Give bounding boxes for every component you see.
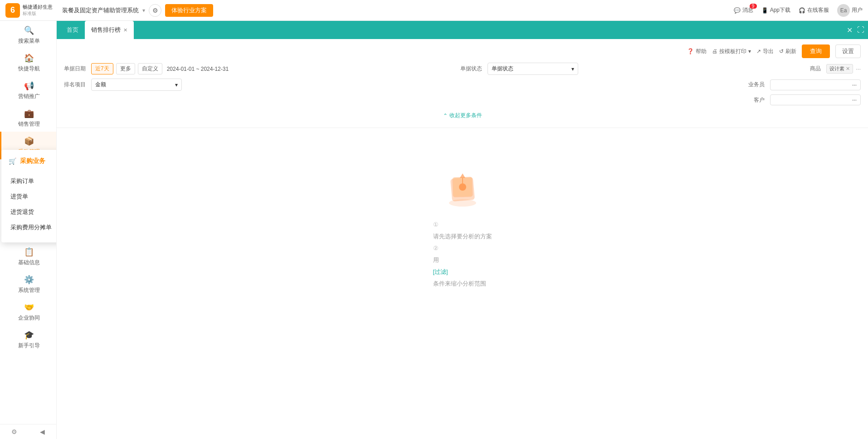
settings-btn[interactable]: 设置 [835, 44, 861, 58]
sidebar-label-search: 搜索菜单 [18, 37, 40, 45]
collapse-label: 收起更多条件 [449, 112, 482, 119]
top-header: 6 畅捷通好生意 标准版 装餐及固定资产辅助管理系统 ▾ ⚙ 体验行业方案 💬 … [0, 0, 868, 21]
settings-icon[interactable]: ⚙ [149, 4, 161, 17]
customer-select[interactable]: ··· [770, 94, 861, 105]
query-btn[interactable]: 查询 [802, 44, 830, 58]
sidebar-item-purchase[interactable]: 📦 采购管理 🛒 采购业务 采购订单 历史 进货单 历史 [0, 132, 56, 159]
sidebar-collapse-btn[interactable]: ◀ [40, 428, 45, 435]
sidebar-label-sales: 销售管理 [18, 120, 40, 128]
purchase-order-label: 采购订单 [10, 177, 34, 185]
tab-resize-icon[interactable]: ⛶ [857, 26, 864, 34]
empty-hint2: ② 用[过滤]条件来缩小分析范围 [433, 242, 492, 290]
goods-filter-area: 设计素 ✕ ··· [826, 64, 861, 74]
filter-row-3: 客户 ··· [64, 94, 861, 105]
industry-btn[interactable]: 体验行业方案 [165, 4, 213, 17]
export-label: 导出 [763, 48, 774, 55]
tab-close-all-icon[interactable]: ✕ [847, 26, 853, 35]
sidebar-label-enterprise: 企业协同 [18, 314, 40, 322]
collapse-icon: ⌃ [443, 113, 448, 119]
sidebar-label-marketing: 营销推广 [18, 93, 40, 100]
print-btn[interactable]: 🖨 按模板打印 ▾ [712, 48, 751, 55]
status-label: 单据状态 [460, 65, 482, 73]
staff-select[interactable]: ··· [770, 79, 861, 90]
goods-tag-close[interactable]: ✕ [846, 66, 850, 72]
tab-sales-rank[interactable]: 销售排行榜 ✕ [85, 21, 134, 39]
sidebar-label-system: 系统管理 [18, 286, 40, 294]
tab-home-label: 首页 [67, 26, 78, 34]
tab-close-icon[interactable]: ✕ [123, 27, 127, 33]
message-btn[interactable]: 💬 消息 9 [734, 6, 753, 14]
goods-receipt-item[interactable]: 进货单 历史 [9, 189, 57, 204]
system-dropdown-arrow[interactable]: ▾ [142, 7, 145, 14]
help-btn[interactable]: ❓ 帮助 [687, 48, 707, 55]
sidebar-label-quick-nav: 快捷导航 [18, 65, 40, 73]
sidebar-item-enterprise[interactable]: 🤝 企业协同 [0, 298, 56, 326]
refresh-btn[interactable]: ↺ 刷新 [779, 48, 796, 55]
date-preset-7days[interactable]: 近7天 [91, 63, 113, 74]
sidebar-label-guide: 新手引导 [18, 342, 40, 350]
goods-tag-text: 设计素 [829, 65, 844, 72]
purchase-icon: 📦 [24, 136, 34, 146]
status-select[interactable]: 单据状态 ▾ [488, 63, 578, 75]
customer-more-icon: ··· [852, 97, 857, 103]
date-preset-more[interactable]: 更多 [116, 63, 135, 74]
marketing-icon: 📢 [24, 81, 34, 91]
header-right: 💬 消息 9 📱 App下载 🎧 在线客服 Ea 用户 [734, 4, 863, 17]
rank-label: 排名项目 [64, 81, 86, 89]
status-placeholder: 单据状态 [492, 65, 513, 73]
filter-toolbar: ❓ 帮助 🖨 按模板打印 ▾ ↗ 导出 ↺ 刷新 [64, 44, 861, 58]
purchase-expense-label: 采购费用分摊单 [10, 223, 52, 232]
online-service-label: 在线客服 [807, 6, 829, 14]
collapse-btn[interactable]: ⌃ 收起更多条件 [64, 109, 861, 122]
export-btn[interactable]: ↗ 导出 [756, 48, 774, 55]
empty-illustration [440, 164, 485, 210]
refresh-label: 刷新 [785, 48, 796, 55]
sidebar-item-sales[interactable]: 💼 销售管理 [0, 104, 56, 132]
help-label: 帮助 [696, 48, 707, 55]
help-icon: ❓ [687, 48, 694, 54]
sidebar-settings-btn[interactable]: ⚙ [11, 428, 17, 435]
purchase-expense-item[interactable]: 采购费用分摊单 历史 [9, 220, 57, 235]
date-label: 单据日期 [64, 65, 86, 73]
sidebar-item-search[interactable]: 🔍 搜索菜单 [0, 21, 56, 49]
sales-icon: 💼 [24, 109, 34, 118]
system-title-area: 装餐及固定资产辅助管理系统 ▾ ⚙ 体验行业方案 [62, 4, 734, 17]
goods-label: 商品 [810, 65, 821, 73]
phone-icon: 📱 [761, 7, 768, 14]
user-abbr: Ea [840, 7, 847, 14]
user-btn[interactable]: Ea 用户 [837, 4, 863, 17]
tab-home[interactable]: 首页 [60, 21, 85, 39]
system-title: 装餐及固定资产辅助管理系统 [62, 6, 139, 15]
goods-return-item[interactable]: 进货退货 [9, 204, 57, 220]
sidebar-item-basic[interactable]: 📋 基础信息 [0, 242, 56, 270]
user-label: 用户 [852, 6, 863, 14]
app-download-btn[interactable]: 📱 App下载 [761, 6, 790, 14]
sidebar-label-basic: 基础信息 [18, 259, 40, 266]
logo-icon: 6 [5, 3, 20, 18]
print-dropdown-icon: ▾ [748, 48, 751, 54]
sidebar-item-marketing[interactable]: 📢 营销推广 [0, 76, 56, 104]
purchase-order-item[interactable]: 采购订单 历史 [9, 173, 57, 189]
goods-tag: 设计素 ✕ [826, 64, 853, 74]
sidebar-item-guide[interactable]: 🎓 新手引导 [0, 326, 56, 353]
svg-point-4 [459, 183, 466, 191]
refresh-icon: ↺ [779, 48, 784, 54]
date-preset-custom[interactable]: 自定义 [138, 63, 162, 74]
sidebar-item-quick-nav[interactable]: 🏠 快捷导航 [0, 49, 56, 76]
export-icon: ↗ [756, 48, 761, 54]
empty-hint1: ① 请先选择要分析的方案 [433, 219, 492, 242]
sidebar-item-system[interactable]: ⚙️ 系统管理 [0, 270, 56, 298]
time-filter: 近7天 更多 自定义 2024-01-01 ~ 2024-12-31 [91, 63, 229, 74]
online-service-btn[interactable]: 🎧 在线客服 [799, 6, 829, 14]
purchase-biz-title: 🛒 采购业务 [9, 157, 57, 168]
goods-return-label: 进货退货 [10, 208, 34, 216]
sidebar: 🔍 搜索菜单 🏠 快捷导航 📢 营销推广 💼 销售管理 📦 采购管理 🛒 采购业… [0, 21, 57, 439]
goods-more-icon[interactable]: ··· [856, 65, 861, 72]
message-icon: 💬 [734, 7, 741, 14]
page-content: ❓ 帮助 🖨 按模板打印 ▾ ↗ 导出 ↺ 刷新 [57, 39, 868, 439]
system-icon: ⚙️ [24, 275, 34, 285]
rank-select[interactable]: 金额 ▾ [91, 79, 182, 91]
logo-area: 6 畅捷通好生意 标准版 [5, 3, 62, 18]
rank-dropdown-icon: ▾ [175, 82, 178, 88]
content-area: 首页 销售排行榜 ✕ ✕ ⛶ ❓ 帮助 🖨 [57, 21, 868, 439]
